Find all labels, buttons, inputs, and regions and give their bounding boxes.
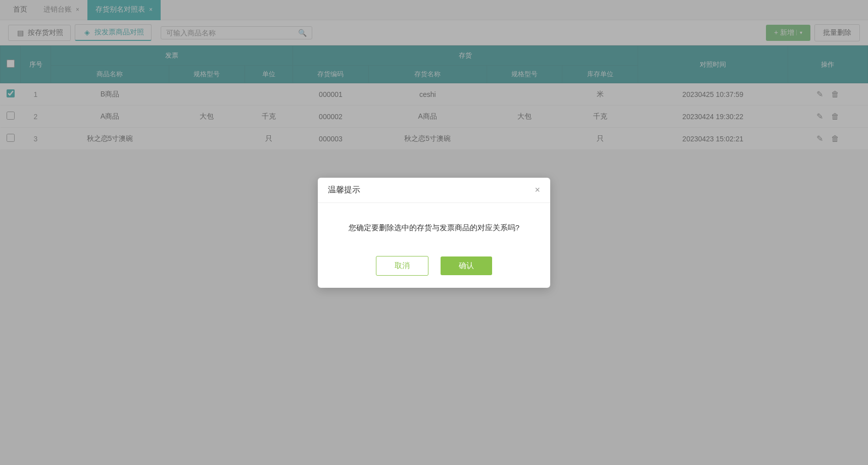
modal-overlay: 温馨提示 × 您确定要删除选中的存货与发票商品的对应关系吗? 取消 确认	[0, 0, 868, 150]
